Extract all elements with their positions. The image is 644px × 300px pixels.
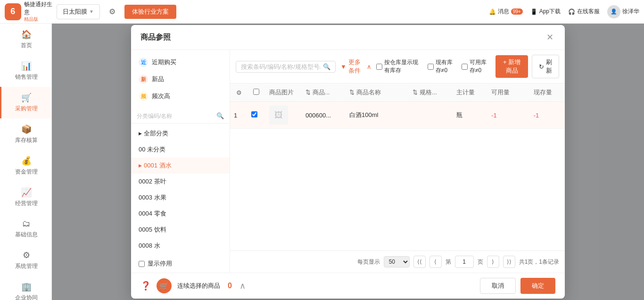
refresh-button[interactable]: ↻ 刷新: [532, 55, 559, 78]
sidebar-item-label: 首页: [21, 42, 32, 50]
basic-icon: 🗂: [22, 219, 31, 229]
category-0005[interactable]: 0005 饮料: [131, 222, 230, 238]
modal-close-button[interactable]: ✕: [544, 32, 555, 43]
logo-icon: 6: [5, 3, 21, 20]
row-checkbox[interactable]: [251, 111, 257, 117]
page-size-label: 每页显示: [357, 258, 380, 266]
category-0004[interactable]: 0004 零食: [131, 206, 230, 222]
sidebar-item-system[interactable]: ⚙ 系统管理: [0, 244, 51, 276]
last-page-button[interactable]: ⟩⟩: [503, 256, 515, 268]
sidebar-item-label: 采购管理: [15, 105, 38, 113]
product-search-wrap: 🔍: [236, 61, 336, 73]
quick-item-freq[interactable]: 频 频次高: [131, 88, 230, 105]
sort-icon: ⇅: [305, 89, 311, 96]
operation-icon: 📈: [21, 187, 32, 198]
sidebar-item-enterprise[interactable]: 🏢 企业协同: [0, 276, 51, 300]
sidebar-item-finance[interactable]: 💰 资金管理: [0, 150, 51, 182]
notice-button[interactable]: 🔔 消息 99+: [489, 8, 523, 16]
enterprise-icon: 🏢: [21, 282, 32, 292]
show-disabled-checkbox[interactable]: [139, 261, 145, 267]
footer-buttons: 取消 确定: [480, 278, 555, 294]
recent-icon: 近: [139, 58, 148, 67]
quick-item-new[interactable]: 新 新品: [131, 71, 230, 88]
cart-count: 0: [226, 282, 234, 290]
pagination-bar: 每页显示 50 20 100 ⟨⟨ ⟨ 第 页 ⟩: [230, 250, 565, 273]
checkbox-avail-not-zero[interactable]: 可用库存≠0: [462, 58, 491, 75]
store-selector[interactable]: 日太阳膜 ▼: [57, 4, 100, 19]
cart-icon[interactable]: 🛒: [157, 278, 172, 293]
page-number-input[interactable]: [455, 256, 474, 268]
checkbox-show-stock[interactable]: 按仓库显示现有库存: [376, 58, 423, 75]
category-0002[interactable]: 0002 茶叶: [131, 174, 230, 190]
search-icon[interactable]: 🔍: [323, 63, 330, 70]
th-check: [248, 83, 265, 102]
settings-icon[interactable]: ⚙: [105, 4, 120, 19]
cell-stock: -1: [530, 102, 565, 129]
search-icon[interactable]: 🔍: [216, 112, 224, 119]
page-label: 第: [446, 258, 451, 266]
filter-button[interactable]: ▼ 更多条件 ∧: [340, 58, 372, 75]
phone-icon: 📱: [530, 8, 537, 15]
sidebar-item-inventory[interactable]: 📦 库存核算: [0, 118, 51, 150]
cancel-button[interactable]: 取消: [480, 278, 516, 294]
sidebar-item-label: 销售管理: [15, 73, 38, 81]
home-icon: 🏠: [21, 29, 32, 40]
sidebar-item-home[interactable]: 🏠 首页: [0, 24, 51, 55]
sidebar-item-basic[interactable]: 🗂 基础信息: [0, 213, 51, 244]
page-size-select[interactable]: 50 20 100: [384, 256, 410, 267]
category-0003[interactable]: 0003 水果: [131, 190, 230, 206]
modal-body: 近 近期购买 新 新品 频 频次高: [131, 50, 565, 273]
sidebar-item-purchase[interactable]: 🛒 采购管理: [0, 87, 51, 118]
th-unit: 主计量: [453, 83, 487, 102]
product-table: ⚙ 商品图片 ⇅: [230, 83, 565, 129]
th-stock: 现存量: [530, 83, 565, 102]
sidebar-item-sales[interactable]: 📊 销售管理: [0, 55, 51, 87]
th-avail: 可用量: [487, 83, 530, 102]
category-00[interactable]: 00 未分类: [131, 142, 230, 158]
first-page-button[interactable]: ⟨⟨: [413, 256, 426, 268]
th-name[interactable]: ⇅ 商品名称: [346, 83, 409, 102]
select-all-checkbox[interactable]: [253, 89, 259, 95]
cell-code: 000600...: [302, 102, 346, 129]
bell-icon: 🔔: [489, 8, 496, 15]
sidebar-item-operation[interactable]: 📈 经营管理: [0, 182, 51, 213]
add-product-button[interactable]: + 新增商品: [495, 55, 528, 78]
app-download-button[interactable]: 📱 App下载: [530, 8, 561, 16]
th-spec[interactable]: ⇅ 规格...: [409, 83, 452, 102]
show-disabled-label[interactable]: 显示停用: [148, 259, 172, 268]
finance-icon: 💰: [21, 156, 32, 166]
confirm-button[interactable]: 确定: [520, 278, 555, 294]
prev-page-button[interactable]: ⟨: [429, 256, 442, 268]
help-icon[interactable]: ❓: [140, 281, 151, 291]
chevron-down-icon: ▼: [89, 9, 94, 14]
user-menu[interactable]: 👤 徐泽华: [607, 5, 639, 18]
th-code[interactable]: ⇅ 商品...: [302, 83, 346, 102]
logo-text: 畅捷通好生意 精品版: [24, 0, 57, 23]
sort-icon: ⇅: [413, 89, 418, 96]
cta-button[interactable]: 体验行业方案: [124, 5, 176, 19]
purchase-icon: 🛒: [21, 92, 32, 103]
quick-item-recent[interactable]: 近 近期购买: [131, 54, 230, 71]
table-row[interactable]: 1 🖼 000600... 白酒100ml: [230, 102, 565, 129]
customer-service-button[interactable]: 🎧 在线客服: [568, 8, 600, 16]
modal-overlay: 商品参照 ✕ 近 近期购买 新: [52, 24, 644, 300]
collapse-icon[interactable]: ∧: [239, 281, 246, 291]
checkbox-stock-not-zero[interactable]: 现有库存≠0: [428, 58, 457, 75]
left-sidebar: 🏠 首页 📊 销售管理 🛒 采购管理 📦 库存核算 💰 资金管理 📈 经营管理 …: [0, 24, 52, 300]
modal-toolbar: 🔍 ▼ 更多条件 ∧ 按仓库显示现有库存: [230, 50, 565, 83]
next-page-button[interactable]: ⟩: [487, 256, 499, 268]
refresh-icon: ↻: [539, 63, 544, 70]
category-0008[interactable]: 0008 水: [131, 238, 230, 254]
page-suffix: 页: [478, 258, 483, 266]
logo-area: 6 畅捷通好生意 精品版: [5, 0, 57, 23]
category-0001[interactable]: ▶ 0001 酒水: [131, 158, 230, 174]
quick-access-section: 近 近期购买 新 新品 频 频次高: [131, 50, 230, 108]
triangle-icon: ▶: [139, 163, 142, 168]
nav-right: 🔔 消息 99+ 📱 App下载 🎧 在线客服 👤 徐泽华: [489, 5, 639, 18]
top-nav: 6 畅捷通好生意 精品版 日太阳膜 ▼ ⚙ 体验行业方案 🔔 消息 99+ 📱 …: [0, 0, 644, 24]
product-search-input[interactable]: [241, 63, 320, 70]
th-settings[interactable]: ⚙: [230, 83, 248, 102]
cell-avail: -1: [487, 102, 530, 129]
category-search-input[interactable]: [137, 113, 214, 119]
category-all[interactable]: ▶ 全部分类: [131, 125, 230, 142]
